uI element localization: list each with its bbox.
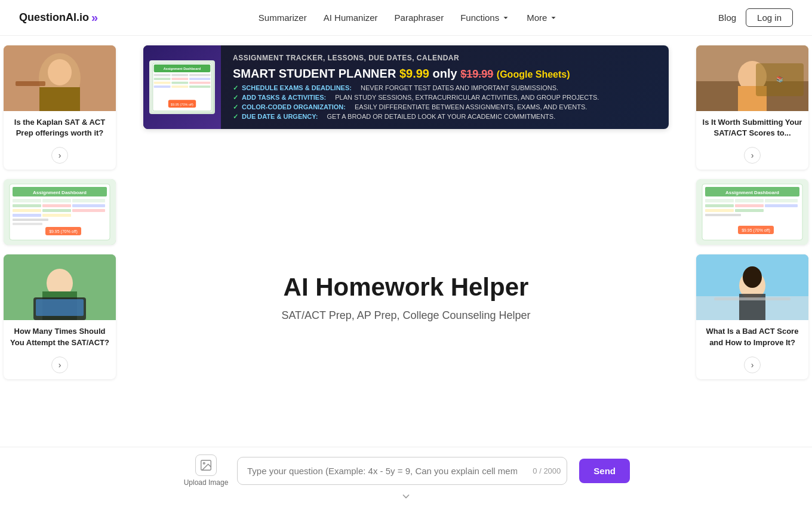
svg-rect-35 [189, 74, 210, 76]
nav-more-dropdown[interactable]: More [527, 13, 558, 23]
banner-item-2-label: COLOR-CODED ORGANIZATION: [242, 103, 346, 110]
planner-right-image: Assignment Dashboard $9.95 (70% off) [696, 179, 808, 245]
input-row: Upload Image 0 / 2000 Send [182, 454, 630, 487]
svg-rect-62 [765, 204, 798, 207]
svg-text:$9.95 (70% off): $9.95 (70% off) [742, 228, 770, 233]
planner-right-illustration: Assignment Dashboard $9.95 (70% off) [696, 179, 808, 245]
logo[interactable]: QuestionAI.io » [19, 11, 98, 24]
planner-left-illustration: Assignment Dashboard $9.95 (70% off) [4, 179, 116, 245]
svg-text:$9.95 (70% off): $9.95 (70% off) [171, 103, 193, 106]
svg-rect-28 [36, 299, 84, 316]
svg-rect-17 [72, 209, 105, 212]
send-button[interactable]: Send [579, 459, 630, 483]
svg-rect-44 [189, 85, 210, 88]
banner-preview-image: Assignment Dashboard [149, 60, 215, 114]
price-word: only [433, 67, 457, 80]
banner-item-0-text: NEVER FORGET TEST DATES AND IMPORTANT SU… [361, 84, 558, 91]
question-input[interactable] [238, 457, 527, 484]
bad-act-image [696, 254, 808, 320]
svg-text:$9.95 (70% off): $9.95 (70% off) [49, 229, 78, 234]
banner-subtitle: ASSIGNMENT TRACKER, LESSONS, DUE DATES, … [233, 54, 657, 62]
left-sidebar: Is the Kaplan SAT & ACT Prep offerings w… [0, 36, 119, 513]
how-many-arrow-button[interactable]: › [51, 357, 68, 373]
chevron-down-icon [400, 490, 412, 502]
scroll-hint [399, 487, 413, 503]
nav-paraphraser[interactable]: Paraphraser [395, 13, 444, 23]
svg-rect-14 [72, 204, 105, 207]
functions-chevron-icon [502, 14, 510, 22]
bad-act-arrow-button[interactable]: › [744, 357, 761, 373]
nav-functions-label: Functions [460, 13, 499, 23]
sidebar-card-how-many[interactable]: How Many Times Should You Attempt the SA… [4, 254, 116, 379]
svg-rect-33 [154, 74, 171, 76]
kaplan-illustration [4, 45, 116, 111]
nav-summarizer[interactable]: Summarizer [259, 13, 307, 23]
center-main: Assignment Dashboard [119, 36, 693, 513]
kaplan-arrow-button[interactable]: › [51, 147, 68, 164]
svg-rect-16 [42, 209, 71, 212]
svg-rect-9 [13, 199, 41, 202]
more-chevron-icon [549, 14, 558, 22]
hero-section: AI Homework Helper SAT/ACT Prep, AP Prep… [269, 129, 542, 453]
banner-title: SMART STUDENT PLANNER $9.99 only $19.99 … [233, 67, 657, 81]
svg-rect-11 [72, 199, 105, 202]
svg-rect-61 [735, 204, 764, 207]
page-layout: Is the Kaplan SAT & ACT Prep offerings w… [0, 36, 812, 513]
worth-submitting-arrow-button[interactable]: › [744, 147, 761, 164]
svg-rect-4 [16, 81, 45, 86]
worth-submitting-image: 📚 [696, 45, 808, 111]
svg-rect-42 [154, 85, 171, 88]
svg-rect-43 [171, 85, 188, 88]
banner-item-2: COLOR-CODED ORGANIZATION: EASILY DIFFERE… [233, 103, 657, 111]
nav-blog[interactable]: Blog [718, 13, 736, 23]
promo-banner[interactable]: Assignment Dashboard [143, 45, 669, 129]
sidebar-card-kaplan[interactable]: Is the Kaplan SAT & ACT Prep offerings w… [4, 45, 116, 170]
text-input-wrap: 0 / 2000 [237, 457, 567, 485]
svg-rect-64 [735, 209, 764, 212]
sidebar-card-planner-left[interactable]: Assignment Dashboard $9.95 (70% off) [4, 179, 116, 245]
upload-icon [195, 454, 217, 476]
sidebar-card-planner-right[interactable]: Assignment Dashboard $9.95 (70% off) [696, 179, 808, 245]
nav-ai-humanizer[interactable]: AI Humanizer [324, 13, 378, 23]
price-original: $19.99 [460, 68, 493, 80]
svg-rect-60 [705, 204, 734, 207]
svg-rect-38 [189, 78, 210, 80]
sidebar-card-worth-submitting[interactable]: 📚 Is It Worth Submitting Your SAT/ACT Sc… [696, 45, 808, 170]
upload-label: Upload Image [184, 478, 229, 487]
bad-act-card-text: What Is a Bad ACT Score and How to Impro… [696, 320, 808, 354]
svg-rect-13 [42, 204, 71, 207]
price-note: (Google Sheets) [497, 69, 570, 79]
planner-left-image: Assignment Dashboard $9.95 (70% off) [4, 179, 116, 245]
how-many-card-image [4, 254, 116, 320]
svg-text:Assignment Dashboard: Assignment Dashboard [725, 190, 779, 195]
svg-rect-39 [154, 82, 171, 84]
svg-rect-37 [171, 78, 188, 80]
banner-planner-svg: Assignment Dashboard [152, 60, 213, 114]
login-button[interactable]: Log in [746, 8, 793, 27]
bad-act-btn-wrap: › [696, 354, 808, 379]
svg-rect-63 [705, 209, 734, 212]
svg-rect-21 [13, 223, 42, 225]
input-area: Upload Image 0 / 2000 Send [0, 447, 812, 513]
svg-rect-59 [765, 199, 798, 202]
svg-rect-40 [171, 82, 188, 84]
logo-text: QuestionAI.io [19, 11, 89, 24]
svg-rect-2 [39, 87, 80, 111]
worth-submitting-card-text: Is It Worth Submitting Your SAT/ACT Scor… [696, 111, 808, 145]
banner-item-1: ADD TASKS & ACTIVITIES: PLAN STUDY SESSI… [233, 94, 657, 102]
image-upload-icon [199, 459, 213, 472]
scroll-down-icon[interactable] [399, 489, 413, 503]
svg-rect-15 [13, 209, 41, 212]
kaplan-card-image [4, 45, 116, 111]
svg-rect-12 [13, 204, 41, 207]
how-many-illustration [4, 254, 116, 320]
upload-button[interactable]: Upload Image [182, 454, 230, 487]
nav-functions-dropdown[interactable]: Functions [460, 13, 510, 23]
sidebar-card-bad-act[interactable]: What Is a Bad ACT Score and How to Impro… [696, 254, 808, 379]
svg-text:📚: 📚 [776, 75, 784, 83]
price-sale: $9.99 [399, 67, 429, 80]
svg-rect-10 [42, 199, 71, 202]
banner-items: SCHEDULE EXAMS & DEADLINES: NEVER FORGET… [233, 84, 657, 121]
svg-rect-20 [13, 219, 48, 221]
svg-point-3 [48, 59, 72, 85]
